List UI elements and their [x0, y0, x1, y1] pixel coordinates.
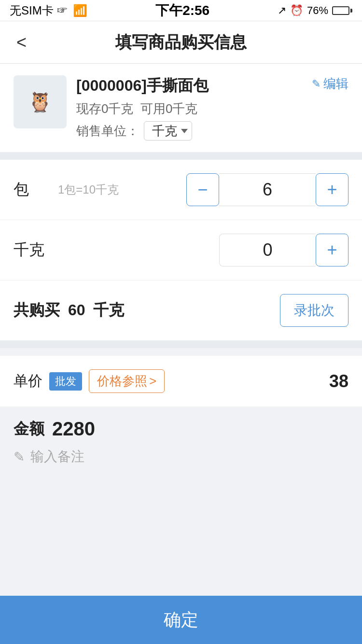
product-stock: 现存0千克 可用0千克 — [76, 100, 348, 117]
back-button[interactable]: < — [12, 28, 31, 57]
amount-row: 金额 2280 — [14, 418, 348, 440]
carrier-text: 无SIM卡 ☞ — [10, 3, 68, 18]
kg-input-row: 千克 + — [0, 220, 362, 280]
product-info: [0000006]手撕面包 ✎ 编辑 现存0千克 可用0千克 销售单位： 千克 … — [76, 75, 348, 140]
alarm-icon: ⏰ — [290, 4, 303, 17]
price-value: 38 — [329, 371, 348, 392]
note-row[interactable]: ✎ 输入备注 — [14, 448, 348, 466]
confirm-button[interactable]: 确定 — [0, 596, 362, 644]
amount-value: 2280 — [52, 418, 95, 440]
price-left: 单价 批发 价格参照 > — [14, 369, 165, 393]
edit-icon: ✎ — [312, 78, 320, 90]
price-label: 单价 — [14, 371, 42, 391]
page-title: 填写商品购买信息 — [115, 31, 247, 54]
unit-selector[interactable]: 千克 包 — [144, 121, 192, 140]
bag-hint: 1包=10千克 — [58, 182, 186, 197]
kg-plus-button[interactable]: + — [316, 234, 348, 266]
nav-bar: < 填写商品购买信息 — [0, 21, 362, 64]
bag-input-row: 包 1包=10千克 − + — [0, 160, 362, 220]
battery-percent: 76% — [307, 4, 328, 17]
kg-input[interactable] — [219, 234, 316, 266]
price-section: 单价 批发 价格参照 > 38 — [0, 356, 362, 406]
amount-section: 金额 2280 ✎ 输入备注 — [0, 406, 362, 479]
total-row: 共购买 60 千克 录批次 — [0, 280, 362, 340]
bag-input[interactable] — [219, 173, 316, 206]
pencil-icon: ✎ — [14, 449, 25, 465]
batch-button[interactable]: 录批次 — [280, 294, 348, 327]
bag-plus-button[interactable]: + — [316, 173, 348, 206]
edit-button[interactable]: ✎ 编辑 — [312, 75, 348, 92]
battery-icon — [332, 6, 352, 15]
kg-label: 千克 — [14, 239, 52, 261]
status-bar: 无SIM卡 ☞ 📶 下午2:56 ↗ ⏰ 76% — [0, 0, 362, 21]
price-tag: 批发 — [49, 372, 82, 391]
status-time: 下午2:56 — [155, 1, 209, 20]
product-thumbnail: 🦉 — [14, 75, 67, 128]
product-card: 🦉 [0000006]手撕面包 ✎ 编辑 现存0千克 可用0千克 销售单位： 千… — [0, 64, 362, 152]
amount-label: 金额 — [14, 419, 44, 440]
product-unit-row: 销售单位： 千克 包 — [76, 121, 348, 140]
bag-label: 包 — [14, 179, 52, 200]
product-logo-icon: 🦉 — [28, 91, 52, 113]
bag-controls: − + — [186, 173, 348, 206]
separator-2 — [0, 340, 362, 348]
wifi-icon: 📶 — [73, 4, 87, 17]
product-name: [0000006]手撕面包 — [76, 75, 209, 97]
location-icon: ↗ — [278, 4, 286, 17]
input-section: 包 1包=10千克 − + 千克 + 共购买 60 千克 录批次 — [0, 160, 362, 340]
bag-minus-button[interactable]: − — [186, 173, 219, 206]
status-left: 无SIM卡 ☞ 📶 — [10, 3, 87, 18]
total-text: 共购买 60 千克 — [14, 300, 124, 321]
status-right: ↗ ⏰ 76% — [278, 4, 352, 17]
separator-1 — [0, 152, 362, 160]
price-ref-button[interactable]: 价格参照 > — [89, 369, 165, 393]
note-text: 输入备注 — [30, 448, 84, 466]
kg-controls: + — [219, 234, 348, 266]
